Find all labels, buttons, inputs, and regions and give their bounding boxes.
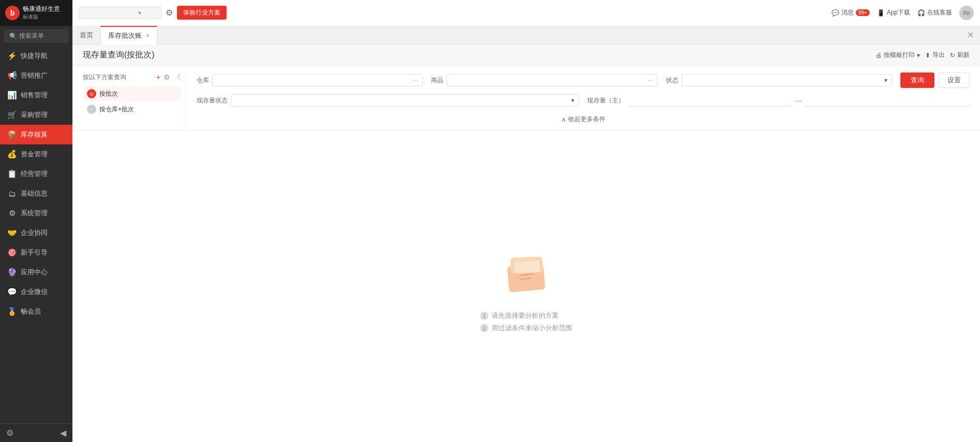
plan-label-warehouse-batch: 按仓库+批次	[99, 105, 134, 114]
nav-icon-sales: 📊	[7, 91, 17, 100]
main-area: ▾ ⚙ 体验行业方案 💬 消息 99+ 📱 App下载 🎧 在线客服 Rit	[72, 0, 980, 442]
print-icon: 🖨	[875, 52, 882, 59]
tab-panel-close-btn[interactable]: ✕	[961, 30, 980, 40]
print-btn[interactable]: 🖨 按模板打印 ▾	[875, 51, 920, 60]
online-service-btn[interactable]: 🎧 在线客服	[917, 8, 952, 17]
user-avatar-area[interactable]: Rit	[959, 6, 974, 20]
nav-icon-newbie: 🎯	[7, 248, 17, 257]
headset-icon: 🎧	[917, 9, 925, 17]
user-avatar: Rit	[959, 6, 974, 20]
warehouse-more-icon: ···	[413, 77, 418, 84]
nav-icon-shortcuts: ⚡	[7, 51, 17, 61]
collapse-more-label: 收起更多条件	[568, 115, 605, 124]
scheme-collapse-btn[interactable]: 《	[173, 72, 181, 82]
filter-scheme-panel: 按以下方案查询 + ⚙ 《 ⊙ 按批次 ○ 按仓库+批次	[83, 72, 186, 130]
topbar-search-input[interactable]	[84, 9, 136, 17]
nav-icon-appstore: 🔮	[7, 268, 17, 277]
add-scheme-btn[interactable]: +	[156, 72, 160, 82]
stock-qty-max-input[interactable]	[805, 95, 970, 107]
export-icon: ⬆	[925, 52, 930, 59]
refresh-label: 刷新	[957, 51, 970, 60]
product-input-box[interactable]: ···	[447, 74, 657, 86]
nav-label-purchase: 采购管理	[21, 110, 48, 120]
sidebar-item-basics[interactable]: 🗂基础信息	[0, 184, 72, 203]
export-btn[interactable]: ⬆ 导出	[925, 51, 945, 60]
app-download-btn[interactable]: 📱 App下载	[877, 8, 910, 17]
column-settings-btn[interactable]: 设置	[939, 72, 970, 88]
nav-label-operations: 经营管理	[21, 169, 48, 179]
plan-item-batch[interactable]: ⊙ 按批次	[83, 86, 181, 101]
header-actions: 🖨 按模板打印 ▾ ⬆ 导出 ↻ 刷新	[875, 51, 970, 60]
trial-btn[interactable]: 体验行业方案	[177, 6, 227, 20]
empty-svg	[495, 237, 557, 299]
nav-icon-inventory: 📦	[7, 130, 17, 139]
plan-icon-inactive: ○	[87, 105, 96, 114]
online-service-label: 在线客服	[927, 8, 952, 17]
query-btn[interactable]: 查询	[900, 72, 934, 88]
sidebar-item-member[interactable]: 🏅畅会员	[0, 302, 72, 321]
stock-status-select[interactable]: ▾	[231, 94, 579, 107]
search-dropdown-btn[interactable]: ▾	[138, 9, 141, 17]
sidebar-item-inventory[interactable]: 📦库存核算	[0, 125, 72, 144]
filter-warehouse-field: 仓库 ···	[197, 74, 423, 86]
nav-icon-finance: 💰	[7, 150, 17, 159]
nav-label-wechat: 企业微信	[21, 287, 48, 297]
refresh-icon: ↻	[950, 52, 955, 59]
search-label: 搜索菜单	[19, 32, 44, 40]
messages-btn[interactable]: 💬 消息 99+	[831, 8, 870, 17]
footer-settings-icon[interactable]: ⚙	[6, 428, 13, 438]
filter-scheme-title-row: 按以下方案查询 + ⚙ 《	[83, 72, 181, 82]
sidebar-item-sales[interactable]: 📊销售管理	[0, 85, 72, 105]
refresh-btn[interactable]: ↻ 刷新	[950, 51, 970, 60]
topbar: ▾ ⚙ 体验行业方案 💬 消息 99+ 📱 App下载 🎧 在线客服 Rit	[72, 0, 980, 26]
status-label: 状态	[666, 76, 678, 85]
messages-label: 消息	[841, 8, 854, 17]
search-icon: 🔍	[9, 33, 17, 40]
sidebar-item-finance[interactable]: 💰资金管理	[0, 144, 72, 164]
hint-text-2: 用过滤条件来缩小分析范围	[492, 323, 572, 333]
sidebar-item-shortcuts[interactable]: ⚡快捷导航	[0, 46, 72, 66]
filter-stock-status-field: 现存量状态 ▾	[197, 94, 579, 107]
sidebar-nav: ⚡快捷导航📢营销推广📊销售管理🛒采购管理📦库存核算💰资金管理📋经营管理🗂基础信息…	[0, 46, 72, 423]
sidebar-item-wechat[interactable]: 💬企业微信	[0, 282, 72, 302]
sidebar-search[interactable]: 🔍 搜索菜单	[4, 29, 68, 43]
tabbar: 首页 库存批次账 × ✕	[72, 26, 980, 45]
status-dropdown-icon: ▾	[884, 77, 887, 84]
scheme-settings-btn[interactable]: ⚙	[164, 72, 170, 82]
svg-rect-2	[514, 261, 540, 273]
status-select[interactable]: ▾	[681, 74, 892, 86]
warehouse-input-box[interactable]: ···	[212, 74, 423, 86]
filter-status-field: 状态 ▾	[666, 74, 892, 86]
nav-label-finance: 资金管理	[21, 150, 48, 159]
warehouse-label: 仓库	[197, 76, 209, 85]
sidebar-item-purchase[interactable]: 🛒采购管理	[0, 105, 72, 125]
sidebar-item-marketing[interactable]: 📢营销推广	[0, 66, 72, 85]
collapse-more-btn[interactable]: ∧ 收起更多条件	[197, 113, 970, 126]
filter-stock-qty-field: 现存量（主） —	[587, 95, 970, 107]
filter-fields-panel: 仓库 ··· 商品 ··· 状态	[186, 72, 970, 130]
sidebar-item-system[interactable]: ⚙系统管理	[0, 203, 72, 223]
footer-toggle-icon[interactable]: ◀	[60, 428, 66, 438]
tab-inventory-batch[interactable]: 库存批次账 ×	[100, 26, 157, 45]
export-label: 导出	[932, 51, 945, 60]
plan-item-warehouse-batch[interactable]: ○ 按仓库+批次	[83, 101, 181, 117]
nav-label-inventory: 库存核算	[21, 130, 48, 139]
tab-home[interactable]: 首页	[72, 26, 100, 45]
settings-icon-btn[interactable]: ⚙	[166, 8, 173, 18]
topbar-search-box[interactable]: ▾	[79, 7, 161, 19]
sidebar-item-operations[interactable]: 📋经营管理	[0, 164, 72, 184]
hint-text-1: 请先选择要分析的方案	[492, 311, 559, 320]
sidebar-item-enterprise[interactable]: 🤝企业协同	[0, 223, 72, 243]
app-name: 畅康通好生意	[23, 5, 60, 13]
empty-hints-list: 1 请先选择要分析的方案 2 用过滤条件来缩小分析范围	[480, 311, 572, 336]
row1-action-btns: 查询 设置	[900, 72, 970, 88]
nav-icon-operations: 📋	[7, 169, 17, 179]
empty-state: 1 请先选择要分析的方案 2 用过滤条件来缩小分析范围	[72, 130, 980, 442]
sidebar-item-appstore[interactable]: 🔮应用中心	[0, 262, 72, 282]
sidebar-item-newbie[interactable]: 🎯新手引导	[0, 243, 72, 262]
tab-close-btn[interactable]: ×	[146, 26, 150, 45]
stock-qty-min-input[interactable]	[628, 95, 792, 107]
nav-label-appstore: 应用中心	[21, 268, 48, 277]
print-label: 按模板打印	[884, 51, 915, 60]
home-tab-label: 首页	[80, 26, 93, 45]
